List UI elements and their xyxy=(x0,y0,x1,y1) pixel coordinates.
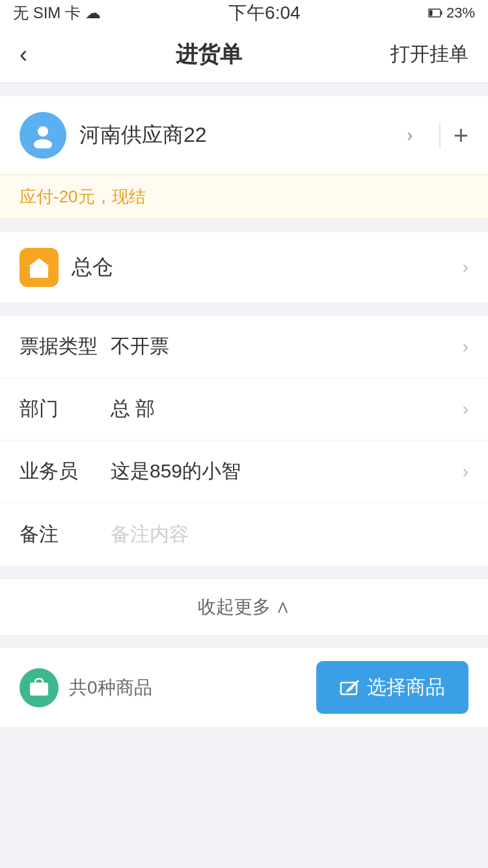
svg-rect-5 xyxy=(30,266,48,278)
supplier-row[interactable]: 河南供应商22 › + xyxy=(0,96,488,174)
department-row[interactable]: 部门 总 部 › xyxy=(0,378,488,441)
department-chevron-icon: › xyxy=(463,399,468,420)
back-button[interactable]: ‹ xyxy=(20,41,27,68)
salesperson-chevron-icon: › xyxy=(463,461,468,482)
salesperson-value: 这是859的小智 xyxy=(98,458,463,485)
supplier-card: 河南供应商22 › + 应付-20元，现结 xyxy=(0,96,488,219)
remark-input[interactable]: 备注内容 xyxy=(98,521,468,548)
section-gap-1 xyxy=(0,83,488,96)
svg-marker-6 xyxy=(29,258,49,266)
battery-icon xyxy=(428,8,442,18)
salesperson-row[interactable]: 业务员 这是859的小智 › xyxy=(0,441,488,503)
warehouse-icon xyxy=(20,248,59,287)
collapse-row[interactable]: 收起更多 ∧ xyxy=(0,578,488,635)
remark-row[interactable]: 备注 备注内容 xyxy=(0,503,488,565)
supplier-name: 河南供应商22 xyxy=(79,121,407,150)
invoice-value: 不开票 xyxy=(98,333,463,360)
select-product-label: 选择商品 xyxy=(367,674,445,701)
warehouse-chevron-icon: › xyxy=(463,257,468,278)
svg-point-4 xyxy=(34,139,52,148)
invoice-row[interactable]: 票据类型 不开票 › xyxy=(0,316,488,378)
svg-point-3 xyxy=(38,126,48,137)
warehouse-card: 总仓 › xyxy=(0,232,488,303)
warehouse-row[interactable]: 总仓 › xyxy=(0,232,488,303)
product-count-label: 共0种商品 xyxy=(69,675,152,700)
select-product-button[interactable]: 选择商品 xyxy=(316,661,468,714)
invoice-label: 票据类型 xyxy=(20,333,98,360)
invoice-chevron-icon: › xyxy=(463,336,468,357)
section-gap-2 xyxy=(0,219,488,232)
sim-label: 无 SIM 卡 ☁ xyxy=(13,3,101,23)
open-pending-button[interactable]: 打开挂单 xyxy=(390,41,468,68)
svg-rect-2 xyxy=(441,11,442,15)
bottom-bar: 共0种商品 选择商品 xyxy=(0,648,488,727)
department-value: 总 部 xyxy=(98,396,463,422)
status-left: 无 SIM 卡 ☁ xyxy=(13,3,101,23)
warehouse-name: 总仓 xyxy=(72,253,463,282)
supplier-avatar xyxy=(20,112,66,159)
svg-rect-1 xyxy=(429,10,432,16)
product-count-section: 共0种商品 xyxy=(20,668,152,707)
battery-label: 23% xyxy=(446,5,475,21)
add-supplier-button[interactable]: + xyxy=(454,121,468,150)
supplier-notice: 应付-20元，现结 xyxy=(0,174,488,219)
status-right: 23% xyxy=(428,5,475,21)
salesperson-label: 业务员 xyxy=(20,458,98,485)
page-title: 进货单 xyxy=(176,40,242,70)
nav-bar: ‹ 进货单 打开挂单 xyxy=(0,26,488,83)
svg-rect-7 xyxy=(30,683,48,696)
supplier-chevron-icon: › xyxy=(407,125,413,146)
department-label: 部门 xyxy=(20,396,98,422)
supplier-divider xyxy=(439,122,441,148)
form-section: 票据类型 不开票 › 部门 总 部 › 业务员 这是859的小智 › 备注 备注… xyxy=(0,316,488,565)
collapse-label[interactable]: 收起更多 ∧ xyxy=(198,595,291,619)
status-bar: 无 SIM 卡 ☁ 下午6:04 23% xyxy=(0,0,488,26)
status-time: 下午6:04 xyxy=(228,1,301,25)
product-icon xyxy=(20,668,59,707)
remark-label: 备注 xyxy=(20,521,98,548)
content: 河南供应商22 › + 应付-20元，现结 总仓 › 票据类型 不开票 › xyxy=(0,83,488,727)
